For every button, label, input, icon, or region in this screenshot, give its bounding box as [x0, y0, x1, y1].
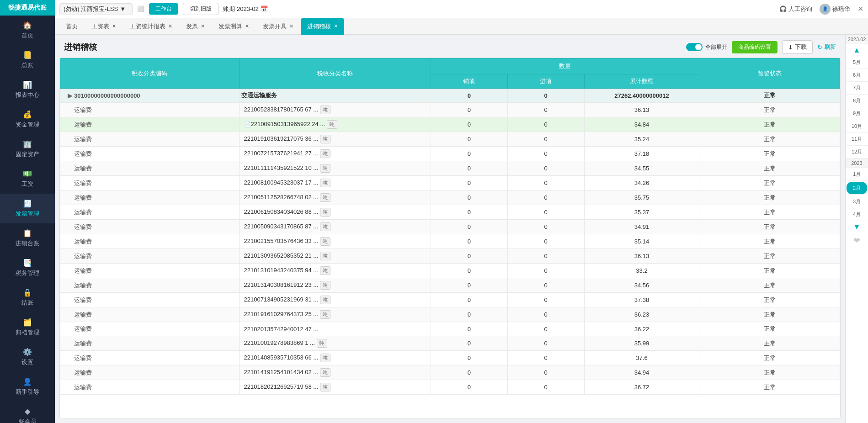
calendar-month-4[interactable]: 4月 — [846, 208, 868, 221]
sidebar-item-label: 进销台账 — [16, 239, 39, 248]
tab-close-icon[interactable]: ✕ — [289, 23, 293, 29]
switch-version-button[interactable]: 切到旧版 — [183, 3, 218, 15]
main-table: 税收分类编码 税收分类名称 数量 预警状态 销项 进项 累计数额 — [60, 58, 840, 395]
company-selector[interactable]: (勿动) 江西报宝-LSS ▼ — [59, 3, 133, 15]
calendar-month-12[interactable]: 12月 — [846, 146, 868, 159]
home-icon: 🏠 — [23, 21, 32, 30]
cell-sales: 0 — [431, 205, 508, 220]
expand-icon[interactable]: ▶ — [68, 92, 72, 99]
cell-cumulative: 37.38 — [584, 293, 699, 307]
tab-close-icon[interactable]: ✕ — [112, 23, 116, 29]
th-cumulative: 累计数额 — [584, 74, 699, 89]
sidebar-item-sales-ledger[interactable]: 📋 进销台账 — [0, 223, 55, 253]
sidebar-item-assets[interactable]: 🏢 固定资产 — [0, 134, 55, 164]
sidebar-item-tax[interactable]: 📑 税务管理 — [0, 253, 55, 283]
tab-salary-stats[interactable]: 工资统计报表 ✕ — [123, 18, 179, 35]
table-row: 运输费 221013093652085352 21 ... 吨 0 0 36.1… — [60, 249, 840, 264]
th-purchase: 进项 — [507, 74, 584, 89]
table-container: 税收分类编码 税收分类名称 数量 预警状态 销项 进项 累计数额 — [59, 58, 841, 418]
copy-icon[interactable]: ⬜ — [137, 5, 144, 12]
calendar-month-11[interactable]: 11月 — [846, 133, 868, 146]
sidebar-item-fund[interactable]: 💰 资金管理 — [0, 105, 55, 134]
unit-tag: 吨 — [327, 120, 337, 129]
table-row: 运输费 221011111435921522 10 ... 吨 0 0 34.5… — [60, 161, 840, 176]
tab-close-icon[interactable]: ✕ — [168, 23, 172, 29]
tab-close-icon[interactable]: ✕ — [245, 23, 249, 29]
user-menu[interactable]: 👤 徐瑶华 — [820, 4, 850, 15]
cell-sales: 0 — [431, 132, 508, 147]
tab-invoice[interactable]: 发票 ✕ — [180, 18, 211, 35]
sidebar-item-ledger[interactable]: 📒 总账 — [0, 45, 55, 75]
assets-icon: 🏢 — [23, 140, 32, 148]
calendar-icon[interactable]: 📅 — [261, 5, 268, 12]
guide-icon: 👤 — [23, 377, 32, 386]
calendar-nav-down[interactable]: ▼ — [846, 221, 868, 233]
expand-toggle[interactable] — [686, 43, 703, 51]
tab-close-icon[interactable]: ✕ — [334, 23, 338, 29]
tab-home-label: 首页 — [66, 22, 78, 31]
cell-name-left: 运输费 — [60, 205, 240, 220]
archive-icon: 🗂️ — [23, 318, 32, 327]
cell-name-left: 运输费 — [60, 264, 240, 278]
sales-ledger-icon: 📋 — [23, 229, 32, 238]
sidebar-item-home[interactable]: 🏠 首页 — [0, 16, 55, 45]
cell-invoice: 📄221009150313965922 24 ... 吨 — [239, 117, 431, 132]
sidebar-item-close[interactable]: 🔒 结账 — [0, 283, 55, 312]
sidebar-item-guide[interactable]: 👤 新手引导 — [0, 372, 55, 402]
calendar-month-10[interactable]: 10月 — [846, 120, 868, 133]
cell-sales: 0 — [431, 249, 508, 264]
unit-tag: 吨 — [320, 383, 330, 391]
sidebar-item-settings[interactable]: ⚙️ 设置 — [0, 342, 55, 372]
sidebar-item-invoice[interactable]: 🧾 发票管理 — [0, 194, 55, 223]
cell-purchase: 0 — [507, 220, 584, 234]
sidebar-item-member[interactable]: ◆ 畅会员 — [0, 402, 55, 423]
tab-close-icon[interactable]: ✕ — [201, 23, 205, 29]
company-name: (勿动) 江西报宝-LSS — [64, 5, 118, 13]
tab-invoice-open-label: 发票开具 — [263, 22, 287, 31]
cell-cumulative: 36.22 — [584, 322, 699, 336]
sidebar-item-archive[interactable]: 🗂️ 归档管理 — [0, 312, 55, 342]
calendar-nav-up[interactable]: ▲ — [846, 44, 868, 56]
sidebar-item-label: 固定资产 — [16, 150, 39, 159]
cell-invoice: 221013140308161912 23 ... 吨 — [239, 278, 431, 293]
calendar-month-2[interactable]: 2月 — [847, 182, 867, 195]
expand-label: 全部展开 — [705, 43, 727, 51]
sidebar-item-report[interactable]: 📊 报表中心 — [0, 75, 55, 105]
tab-sales-check[interactable]: 进销稽核 ✕ — [301, 18, 344, 35]
th-status: 预警状态 — [699, 58, 840, 89]
tab-home[interactable]: 首页 — [59, 18, 84, 35]
workspace-button[interactable]: 工作台 — [149, 3, 178, 15]
cell-name-left: 运输费 — [60, 322, 240, 336]
customer-service[interactable]: 🎧 人工咨询 — [779, 5, 812, 13]
sidebar-item-label: 工资 — [21, 180, 33, 188]
cell-status: 正常 — [699, 365, 840, 380]
calendar-month-8[interactable]: 8月 — [846, 95, 868, 107]
topbar: (勿动) 江西报宝-LSS ▼ ⬜ 工作台 切到旧版 账期 2023-02 📅 … — [55, 0, 868, 18]
cell-purchase: 0 — [507, 205, 584, 220]
tab-invoice-calc[interactable]: 发票测算 ✕ — [212, 18, 256, 35]
tax-icon: 📑 — [23, 259, 32, 267]
cell-sales: 0 — [431, 220, 508, 234]
sidebar-item-salary[interactable]: 💵 工资 — [0, 164, 55, 194]
cell-status: 正常 — [699, 293, 840, 307]
cell-invoice: 221005090343170865 87 ... 吨 — [239, 220, 431, 234]
cell-name-left: 运输费 — [60, 220, 240, 234]
tab-invoice-open[interactable]: 发票开具 ✕ — [256, 18, 300, 35]
tab-salary-table[interactable]: 工资表 ✕ — [85, 18, 122, 35]
cell-cumulative: 35.24 — [584, 132, 699, 147]
calendar-month-3[interactable]: 3月 — [846, 196, 868, 208]
close-window-icon[interactable]: ✕ — [857, 5, 863, 13]
refresh-button[interactable]: ↻ 刷新 — [817, 43, 836, 51]
cell-status: 正常 — [699, 176, 840, 190]
calendar-month-7[interactable]: 7月 — [846, 82, 868, 95]
sidebar-item-label: 报表中心 — [16, 91, 39, 99]
product-code-button[interactable]: 商品编码设置 — [732, 41, 777, 53]
calendar-month-1[interactable]: 1月 — [846, 168, 868, 181]
header-actions: 全部展开 商品编码设置 ⬇ 下载 ↻ 刷新 — [686, 40, 836, 54]
download-button[interactable]: ⬇ 下载 — [782, 40, 813, 54]
cell-sales: 0 — [431, 351, 508, 365]
calendar-month-5[interactable]: 5月 — [846, 56, 868, 69]
cell-cumulative: 27262.40000000012 — [584, 89, 699, 103]
calendar-month-6[interactable]: 6月 — [846, 69, 868, 82]
calendar-month-9[interactable]: 9月 — [846, 107, 868, 120]
